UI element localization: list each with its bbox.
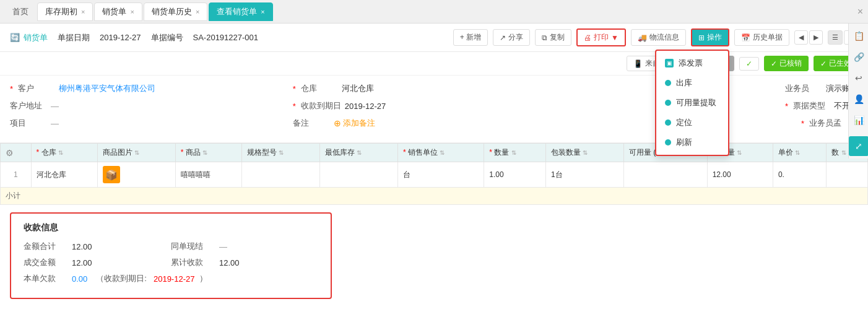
note-field: 备注 ⊕ 添加备注 <box>293 118 576 129</box>
col-product: * 商品 ⇅ <box>175 144 241 162</box>
col-gear: ⚙ <box>1 144 32 162</box>
sold-button[interactable]: ✓ 已核销 <box>764 56 809 71</box>
sidebar-icon-undo[interactable]: ↩ <box>849 68 868 88</box>
row-more <box>827 162 868 188</box>
doc-actions: + 新增 ↗ 分享 ⧉ 复制 🖨 打印 ▼ 🚚 物流信息 ⊞ <box>453 28 858 46</box>
locate-icon <box>665 119 671 126</box>
dropdown-item-refresh[interactable]: 刷新 <box>656 132 728 152</box>
dropdown-item-locate[interactable]: 定位 <box>656 113 728 132</box>
tab-home[interactable]: 首页 <box>5 6 36 17</box>
dropdown-item-outbound[interactable]: 出库 <box>656 73 728 93</box>
logistics-button[interactable]: 🚚 物流信息 <box>631 29 686 46</box>
prev-button[interactable]: ◀ <box>794 30 808 45</box>
col-img: 商品图片 ⇅ <box>97 144 175 162</box>
dropdown-item-invoice[interactable]: ▣ 添发票 <box>656 53 728 73</box>
history-button[interactable]: 📅 历史单据 <box>734 29 789 46</box>
col-qty: * 数量 ⇅ <box>484 144 546 162</box>
table-header-row: ⚙ * 仓库 ⇅ 商品图片 ⇅ * 商品 ⇅ 规格型号 ⇅ 最低库存 ⇅ * 销… <box>1 144 868 162</box>
add-note-button[interactable]: ⊕ 添加备注 <box>334 118 375 129</box>
row-qty: 1.00 <box>484 162 546 188</box>
col-unit: * 销售单位 ⇅ <box>398 144 484 162</box>
list-view-button[interactable]: ☰ <box>828 30 843 45</box>
customer-field: * 客户 柳州粤港平安气体有限公司 <box>10 83 293 94</box>
sidebar-icon-chart[interactable]: 📊 <box>849 110 868 130</box>
subtotal-label: 小计 <box>1 188 868 205</box>
share-button[interactable]: ↗ 分享 <box>493 29 530 46</box>
add-note-icon: ⊕ <box>334 118 341 128</box>
tab-sales[interactable]: 销货单 × <box>94 2 142 21</box>
form-row-1: * 客户 柳州粤港平安气体有限公司 * 仓库 河北仓库 业务员 演示账号 <box>10 83 858 94</box>
form-section: * 客户 柳州粤港平安气体有限公司 * 仓库 河北仓库 业务员 演示账号 客户地… <box>0 76 868 143</box>
operate-dropdown-menu: ▣ 添发票 出库 可用量提取 定位 <box>655 50 729 156</box>
subtotal-row: 小计 <box>1 188 868 205</box>
row-pack-qty: 1台 <box>545 162 623 188</box>
tab-close-inventory[interactable]: × <box>81 8 85 15</box>
tab-close-view-sales[interactable]: × <box>261 8 264 15</box>
copy-button[interactable]: ⧉ 复制 <box>535 29 571 46</box>
status-row: 📱 来自手机 🔴 未开票 ✓ ✓ 已核销 ✓ 已生效 <box>0 52 868 76</box>
print-icon: 🖨 <box>584 33 591 42</box>
sidebar-icon-user[interactable]: 👤 <box>849 89 868 109</box>
tab-bar: 首页 库存期初 × 销货单 × 销货单历史 × 查看销货单 × × <box>0 0 868 24</box>
table-row: 1 河北仓库 📦 嘻嘻嘻嘻 台 1.00 1台 12.00 0. <box>1 162 868 188</box>
form-row-3: 项目 — 备注 ⊕ 添加备注 * 业务员孟 — <box>10 118 858 129</box>
total-amount-field: 金额合计 12.00 <box>24 241 171 252</box>
same-order-field: 同单现结 — <box>171 241 318 252</box>
logistics-icon: 🚚 <box>638 33 647 42</box>
doc-title: 🔄 销货单 <box>10 32 48 43</box>
share-icon: ↗ <box>500 33 506 42</box>
print-button[interactable]: 🖨 打印 ▼ <box>576 28 626 46</box>
summary-section: 收款信息 金额合计 12.00 同单现结 — 成交金额 12.00 累计收款 1… <box>10 212 332 299</box>
operate-wrapper: ⊞ 操作 ▣ 添发票 出库 可用量提取 <box>691 28 729 46</box>
row-spec <box>242 162 320 188</box>
doc-title-text: 销货单 <box>24 32 48 43</box>
effective-icon: ✓ <box>820 59 827 68</box>
row-available <box>623 162 707 188</box>
sidebar-icon-link[interactable]: 🔗 <box>849 47 868 67</box>
doc-meta: 单据日期 2019-12-27 单据编号 SA-20191227-001 <box>58 32 258 43</box>
history-icon: 📅 <box>741 33 750 42</box>
summary-row-2: 成交金额 12.00 累计收款 12.00 <box>24 257 318 268</box>
copy-icon: ⧉ <box>542 33 547 42</box>
done-button[interactable]: ✓ <box>739 57 759 71</box>
dropdown-item-available[interactable]: 可用量提取 <box>656 93 728 113</box>
tab-close-sales-history[interactable]: × <box>196 8 199 15</box>
check-icon: ✓ <box>746 59 752 68</box>
next-button[interactable]: ▶ <box>809 30 823 45</box>
new-button[interactable]: + 新增 <box>453 29 488 46</box>
row-unit: 台 <box>398 162 484 188</box>
summary-row-1: 金额合计 12.00 同单现结 — <box>24 241 318 252</box>
window-close-button[interactable]: × <box>857 6 863 17</box>
col-price: 单价 ⇅ <box>773 144 826 162</box>
deal-amount-field: 成交金额 12.00 <box>24 257 171 268</box>
warehouse-field: * 仓库 河北仓库 <box>293 83 576 94</box>
summary-row-3: 本单欠款 0.00 （收款到期日: 2019-12-27 ） <box>24 273 318 284</box>
col-pack-qty: 包装数量 ⇅ <box>545 144 623 162</box>
tab-sales-history[interactable]: 销货单历史 × <box>144 2 207 21</box>
tab-close-sales[interactable]: × <box>130 8 134 15</box>
sales-table: ⚙ * 仓库 ⇅ 商品图片 ⇅ * 商品 ⇅ 规格型号 ⇅ 最低库存 ⇅ * 销… <box>0 143 868 205</box>
sidebar-icon-doc[interactable]: 📋 <box>849 26 868 46</box>
overdue-field: 本单欠款 0.00 （收款到期日: 2019-12-27 ） <box>24 273 318 284</box>
row-stock: 12.00 <box>707 162 773 188</box>
settings-icon[interactable]: ⚙ <box>6 148 14 158</box>
summary-title: 收款信息 <box>24 222 318 233</box>
doc-title-icon: 🔄 <box>10 33 20 42</box>
operate-button[interactable]: ⊞ 操作 <box>691 28 729 46</box>
col-warehouse: * 仓库 ⇅ <box>31 144 97 162</box>
product-image: 📦 <box>103 166 120 183</box>
available-icon <box>665 100 671 106</box>
row-min-stock <box>320 162 398 188</box>
row-num: 1 <box>1 162 32 188</box>
phone-icon: 📱 <box>633 59 643 68</box>
refresh-icon <box>665 139 671 145</box>
sidebar-icon-expand[interactable]: ⤢ <box>849 136 868 156</box>
row-warehouse: 河北仓库 <box>31 162 97 188</box>
date-value: 2019-12-27 <box>100 33 141 42</box>
tab-view-sales[interactable]: 查看销货单 × <box>209 2 272 21</box>
col-min-stock: 最低库存 ⇅ <box>320 144 398 162</box>
operate-icon: ⊞ <box>698 33 705 42</box>
col-spec: 规格型号 ⇅ <box>242 144 320 162</box>
sold-icon: ✓ <box>771 59 777 68</box>
tab-inventory[interactable]: 库存期初 × <box>37 2 93 21</box>
